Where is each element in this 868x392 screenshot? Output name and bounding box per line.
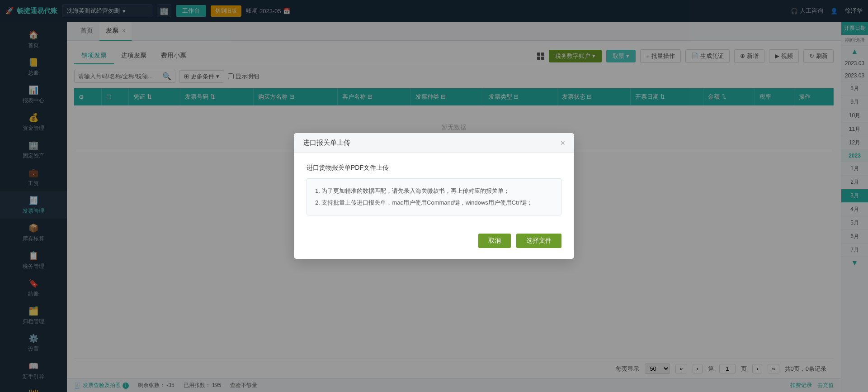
modal-info-item-0: 1. 为了更加精准的数据匹配，请先录入海关缴款书，再上传对应的报关单； bbox=[315, 185, 553, 197]
modal-cancel-button[interactable]: 取消 bbox=[478, 234, 511, 248]
modal-close-button[interactable]: × bbox=[560, 139, 565, 147]
modal-select-file-button[interactable]: 选择文件 bbox=[516, 234, 561, 248]
modal-body: 进口货物报关单PDF文件上传 1. 为了更加精准的数据匹配，请先录入海关缴款书，… bbox=[294, 153, 574, 234]
import-customs-modal: 进口报关单上传 × 进口货物报关单PDF文件上传 1. 为了更加精准的数据匹配，… bbox=[294, 133, 574, 259]
modal-header: 进口报关单上传 × bbox=[294, 133, 574, 153]
modal-section-title: 进口货物报关单PDF文件上传 bbox=[307, 164, 561, 172]
modal-footer: 取消 选择文件 bbox=[294, 234, 574, 259]
modal-overlay: 进口报关单上传 × 进口货物报关单PDF文件上传 1. 为了更加精准的数据匹配，… bbox=[0, 0, 868, 392]
modal-info-item-1: 2. 支持批量上传进口报关单，mac用户使用Command键，windows用户… bbox=[315, 197, 553, 209]
modal-title: 进口报关单上传 bbox=[303, 139, 350, 147]
modal-info-box: 1. 为了更加精准的数据匹配，请先录入海关缴款书，再上传对应的报关单； 2. 支… bbox=[307, 178, 561, 215]
